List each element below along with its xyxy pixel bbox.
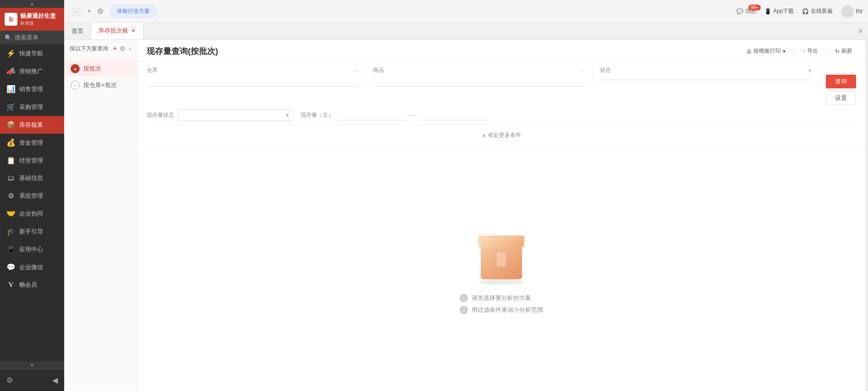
online-service-label: 在线客服 (811, 7, 833, 15)
sidebar-item-member[interactable]: V 畅会员 (0, 276, 64, 293)
print-action[interactable]: 🖨 按模板打印 ▾ (742, 45, 789, 57)
user-menu[interactable]: Rit (841, 5, 863, 18)
warehouse-more-icon[interactable]: ··· (353, 67, 358, 74)
warehouse-input[interactable] (147, 76, 358, 87)
divider-1 (794, 48, 794, 55)
sidebar-item-enterprise[interactable]: 🤝 企业协同 (0, 205, 64, 223)
sidebar-item-label: 营销推广 (19, 67, 43, 76)
settings-footer-icon[interactable]: ⚙ (5, 374, 15, 386)
illustration-shadow (478, 279, 524, 285)
empty-tip-2: 2 用过滤条件来缩小分析范围 (460, 306, 543, 314)
left-panel: 按以下方案查询 + ⚙ « ● 按批次 ○ 按仓库+批次 (64, 40, 137, 391)
sidebar-item-newbie[interactable]: 🎓 新手引导 (0, 223, 64, 240)
sidebar-item-label: 系统管理 (19, 192, 43, 200)
message-icon: 💬 (736, 8, 743, 15)
empty-tip-1: 1 请先选择要分析的方案 (460, 294, 543, 302)
refresh-label: 刷新 (841, 47, 852, 55)
message-button[interactable]: 💬 消息 99+ (736, 7, 756, 15)
print-dropdown-icon[interactable]: ▾ (783, 48, 786, 54)
sidebar-item-wechat[interactable]: 💬 企业微信 (0, 258, 64, 276)
query-button[interactable]: 查询 (826, 75, 856, 88)
sidebar-item-quick-nav[interactable]: ⚡ 快捷导航 (0, 44, 64, 62)
status-select[interactable] (600, 76, 811, 80)
sidebar-item-sales[interactable]: 📊 销售管理 (0, 80, 64, 98)
product-more-icon[interactable]: ··· (579, 67, 585, 74)
user-name: Rit (856, 8, 863, 15)
newbie-icon: 🎓 (6, 227, 16, 236)
sidebar-item-appstore[interactable]: 📱 应用中心 (0, 240, 64, 258)
sidebar-item-system[interactable]: ⚙ 系统管理 (0, 187, 64, 205)
tab-home-label: 首页 (71, 27, 83, 35)
sidebar-search[interactable]: 🔍 搜索菜单 (0, 31, 64, 44)
app-download-label: App下载 (773, 7, 794, 15)
marketing-icon: 📣 (6, 67, 16, 76)
sales-icon: 📊 (6, 85, 16, 93)
page-actions: 🖨 按模板打印 ▾ ↑ 导出 ↻ 刷新 (742, 45, 856, 57)
tab-home[interactable]: 首页 (64, 23, 91, 39)
topbar-dropdown-icon[interactable]: ▾ (88, 8, 91, 14)
tip-text-2: 用过滤条件来缩小分析范围 (472, 306, 543, 314)
empty-state: 1 请先选择要分析的方案 2 用过滤条件来缩小分析范围 (137, 148, 865, 391)
sidebar-item-label: 企业协同 (19, 210, 43, 218)
right-scrollbar[interactable] (865, 40, 868, 391)
plan-item-by-batch[interactable]: ● 按批次 (64, 60, 137, 77)
inventory-status-select[interactable]: ▾ (178, 109, 293, 121)
inventory-icon: 📦 (6, 120, 16, 129)
sidebar-footer: ⚙ ◀ (0, 369, 64, 391)
tip-num-1: 1 (460, 294, 468, 302)
sidebar-item-purchase[interactable]: 🛒 采购管理 (0, 98, 64, 116)
right-panel: 现存量查询(按批次) 🖨 按模板打印 ▾ ↑ 导出 ↻ 刷 (137, 40, 865, 391)
settings-plan-icon[interactable]: ⚙ (120, 45, 126, 52)
print-label: 按模板打印 (753, 47, 781, 55)
sidebar-item-marketing[interactable]: 📣 营销推广 (0, 62, 64, 80)
collapse-filter-button[interactable]: ∧ 收起更多条件 (147, 129, 856, 142)
export-action[interactable]: ↑ 导出 (799, 45, 822, 57)
search-label: 搜索菜单 (15, 33, 38, 42)
export-label: 导出 (807, 47, 818, 55)
sidebar-item-basic[interactable]: 🗂 基础信息 (0, 169, 64, 187)
experience-button[interactable]: 体验行业方案 (110, 5, 157, 17)
refresh-action[interactable]: ↻ 刷新 (831, 45, 856, 57)
collapse-sidebar-icon[interactable]: ◀ (50, 374, 60, 386)
empty-tips: 1 请先选择要分析的方案 2 用过滤条件来缩小分析范围 (460, 294, 543, 314)
online-service-button[interactable]: 🎧 在线客服 (802, 7, 833, 15)
inventory-qty-label: 现存量（主） (301, 111, 334, 119)
app-info: 畅康通好生意 标准版 (20, 12, 56, 26)
sidebar-scroll-up[interactable]: ▲ (0, 0, 64, 8)
sidebar-header: b 畅康通好生意 标准版 (0, 8, 64, 31)
sidebar-nav: ⚡ 快捷导航 📣 营销推广 📊 销售管理 🛒 采购管理 📦 库存核算 💰 资金管… (0, 44, 64, 361)
basic-icon: 🗂 (6, 174, 16, 182)
sidebar: ▲ b 畅康通好生意 标准版 🔍 搜索菜单 ⚡ 快捷导航 📣 营销推广 📊 销售… (0, 0, 64, 391)
sidebar-scroll-down[interactable]: ▼ (0, 361, 64, 369)
finance-icon: 💰 (6, 138, 16, 147)
product-input[interactable] (373, 76, 584, 87)
content: 按以下方案查询 + ⚙ « ● 按批次 ○ 按仓库+批次 (64, 40, 868, 391)
app-download-button[interactable]: 📱 App下载 (764, 7, 794, 15)
page-title: 现存量查询(按批次) (147, 46, 218, 57)
sidebar-item-finance[interactable]: 💰 资金管理 (0, 134, 64, 152)
inventory-qty-to-input[interactable] (419, 110, 488, 120)
purchase-icon: 🛒 (6, 103, 16, 111)
topbar: ··· ▾ ⚙ 体验行业方案 💬 消息 99+ 📱 App下载 🎧 在线客服 R… (64, 0, 868, 23)
collapse-label: 收起更多条件 (488, 131, 521, 139)
add-plan-icon[interactable]: + (113, 44, 117, 53)
sidebar-item-label: 采购管理 (19, 103, 43, 111)
inventory-qty-from-input[interactable] (337, 110, 406, 120)
tab-batch-account[interactable]: 库存批次账 ✕ (91, 23, 143, 39)
settings-button[interactable]: 设置 (826, 91, 856, 105)
sidebar-item-inventory[interactable]: 📦 库存核算 (0, 116, 64, 134)
tab-panel-close-button[interactable]: ✕ (853, 26, 868, 37)
panel-header: 按以下方案查询 + ⚙ « (64, 40, 137, 58)
topbar-settings-icon[interactable]: ⚙ (95, 5, 105, 17)
wechat-icon: 💬 (6, 263, 16, 272)
headset-icon: 🎧 (802, 8, 809, 15)
sidebar-item-label: 企业微信 (19, 263, 43, 272)
collapse-panel-icon[interactable]: « (128, 45, 132, 52)
plan-item-by-warehouse-batch[interactable]: ○ 按仓库+批次 (64, 77, 137, 93)
tab-close-icon[interactable]: ✕ (131, 27, 136, 34)
qty-separator: — (410, 112, 416, 119)
sidebar-item-label: 畅会员 (19, 281, 37, 289)
panel-header-label: 按以下方案查询 (70, 45, 108, 53)
member-icon: V (6, 281, 16, 289)
sidebar-item-operations[interactable]: 📋 经营管理 (0, 152, 64, 169)
